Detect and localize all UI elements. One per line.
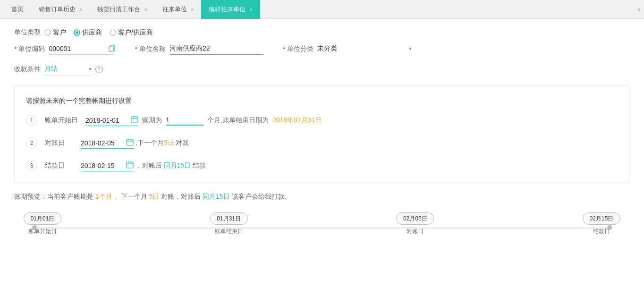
timeline-label-0: 账单开始日 <box>28 228 57 236</box>
timeline-label-2: 对账日 <box>407 228 424 236</box>
tab-sales-history-close[interactable]: × <box>79 7 82 12</box>
unit-type-row: 单位类型 客户 供应商 客户/供应商 <box>14 28 630 37</box>
tab-sales-history[interactable]: 销售订单历史 × <box>31 0 90 19</box>
preview-em2: 5日 <box>149 193 159 200</box>
row2-prefix: ,下一个月 <box>134 139 164 147</box>
period-prefix-label: 账期为 <box>142 116 162 125</box>
timeline-date-3: 02月15日 <box>590 215 614 223</box>
date-input-2 <box>81 137 134 149</box>
period-input[interactable] <box>166 115 203 126</box>
payment-term-select[interactable]: 月结 ▾ <box>44 63 92 76</box>
tab-expand-button[interactable]: › <box>638 5 640 14</box>
preview-mid2: 对账，对账后 <box>161 193 201 200</box>
preview-mid1: 下一个月 <box>121 193 147 200</box>
timeline-item-3: 02月15日 结款日 <box>583 212 620 236</box>
tab-home-label: 首页 <box>11 5 24 14</box>
unit-code-copy-icon[interactable] <box>108 44 116 53</box>
setting-row-2: 2 对账日 ,下一个月 5日 对账 <box>26 137 618 149</box>
svg-rect-2 <box>127 139 133 145</box>
unit-name-label: 单位名称 <box>139 45 166 53</box>
unit-code-input[interactable] <box>49 43 105 54</box>
tab-home[interactable]: 首页 <box>4 0 31 19</box>
calendar-icon-1[interactable] <box>131 116 138 125</box>
setting-row-1: 1 账单开始日 账期为 个月,账单结束日期为 2018年01月31日 <box>26 115 618 126</box>
settings-title: 请按照未来的一个完整帐期进行设置 <box>26 97 618 105</box>
row-label-1: 账单开始日 <box>45 116 78 125</box>
date-field-1[interactable] <box>85 117 128 124</box>
unit-code-input-wrap <box>49 43 116 55</box>
radio-customer-label: 客户 <box>53 28 66 37</box>
row3-highlight: 同月15日 <box>164 161 191 170</box>
radio-supplier-label: 供应商 <box>82 28 102 37</box>
row2-suffix: 对账 <box>174 139 189 147</box>
timeline-items: 01月01日 账单开始日 01月31日 账单结束日 02月05日 对账日 02月… <box>24 212 620 236</box>
calendar-icon-3[interactable] <box>126 161 134 170</box>
radio-group-unit-type: 客户 供应商 客户/供应商 <box>44 28 153 37</box>
unit-classify-label: 单位分类 <box>287 45 314 53</box>
setting-row-3: 3 结款日 ，对账后 同月15日 结款 <box>26 160 618 171</box>
date-input-3 <box>81 160 134 171</box>
tab-partner-close[interactable]: × <box>191 7 194 12</box>
radio-supplier[interactable]: 供应商 <box>74 28 102 37</box>
payment-term-value: 月结 <box>44 65 87 73</box>
svg-rect-3 <box>127 162 133 168</box>
tab-edit-partner[interactable]: 编辑往来单位 × <box>201 0 260 19</box>
help-icon[interactable]: ? <box>95 66 103 73</box>
timeline-node-0: 01月01日 <box>24 212 61 225</box>
preview-em1: 1个月， <box>95 193 119 200</box>
unit-name-field: * 单位名称 <box>135 43 263 55</box>
unit-classify-value: 未分类 <box>317 44 407 53</box>
unit-code-label: 单位编码 <box>18 45 45 53</box>
end-date-highlight: 2018年01月31日 <box>272 116 322 125</box>
classify-dropdown-icon: ▾ <box>409 45 412 52</box>
tab-edit-partner-label: 编辑往来单位 <box>209 5 246 14</box>
unit-code-star: * <box>14 45 17 53</box>
tab-cash-work-close[interactable]: × <box>144 7 147 12</box>
tab-partner-label: 往来单位 <box>162 5 187 14</box>
preview-text: 账期预览：当前客户账期是 1个月， 下一个月 5日 对账，对账后 同月15日 该… <box>14 193 630 201</box>
timeline-node-2: 02月05日 <box>396 212 434 225</box>
timeline-container: 01月01日 账单开始日 01月31日 账单结束日 02月05日 对账日 02月… <box>14 212 630 236</box>
payment-term-label: 收款条件 <box>14 65 41 74</box>
timeline-label-1: 账单结束日 <box>215 228 243 236</box>
unit-type-label: 单位类型 <box>14 28 41 37</box>
tab-cash-work[interactable]: 钱货日清工作台 × <box>90 0 154 19</box>
row3-suffix: 结款 <box>191 161 206 170</box>
timeline-label-3: 结款日 <box>593 228 610 236</box>
timeline-date-2: 02月05日 <box>403 215 427 223</box>
tab-sales-history-label: 销售订单历史 <box>39 5 76 14</box>
tab-cash-work-label: 钱货日清工作台 <box>97 5 140 14</box>
row3-prefix: ，对账后 <box>134 161 164 170</box>
preview-suffix: 该客户会给我打款。 <box>232 193 291 200</box>
timeline-item-2: 02月05日 对账日 <box>396 212 434 236</box>
period-suffix-label: 个月,账单结束日期为 <box>207 116 269 125</box>
timeline-item-0: 01月01日 账单开始日 <box>24 212 61 236</box>
timeline-line <box>33 228 611 228</box>
radio-both-circle <box>110 29 116 36</box>
unit-name-input[interactable] <box>169 43 264 55</box>
radio-both[interactable]: 客户/供应商 <box>110 28 153 37</box>
payment-term-row: 收款条件 月结 ▾ ? <box>14 63 630 76</box>
unit-name-star: * <box>135 45 137 53</box>
tab-edit-partner-close[interactable]: × <box>249 7 252 12</box>
preview-prefix: 账期预览：当前客户账期是 <box>14 193 93 200</box>
radio-customer[interactable]: 客户 <box>44 28 66 37</box>
date-field-2[interactable] <box>81 139 123 147</box>
tab-partner[interactable]: 往来单位 × <box>155 0 201 19</box>
unit-info-row: * 单位编码 * 单位名称 * 单位分类 未分类 ▾ <box>14 42 630 55</box>
svg-rect-1 <box>131 117 138 123</box>
timeline-date-0: 01月01日 <box>31 215 55 223</box>
radio-both-label: 客户/供应商 <box>118 28 153 37</box>
date-field-3[interactable] <box>81 162 123 169</box>
settings-box: 请按照未来的一个完整帐期进行设置 1 账单开始日 账期为 个月,账单结束日期为 … <box>14 85 630 183</box>
svg-rect-0 <box>109 46 113 51</box>
tab-bar: 首页 销售订单历史 × 钱货日清工作台 × 往来单位 × 编辑往来单位 × › <box>0 0 644 19</box>
row2-highlight: 5日 <box>164 139 174 147</box>
row-num-3: 3 <box>26 160 37 171</box>
timeline-node-3: 02月15日 <box>583 212 620 225</box>
unit-classify-select[interactable]: 未分类 ▾ <box>317 42 412 55</box>
date-input-1 <box>85 115 138 126</box>
row-num-2: 2 <box>26 137 37 149</box>
calendar-icon-2[interactable] <box>126 138 134 147</box>
payment-term-dropdown-icon: ▾ <box>89 66 92 72</box>
